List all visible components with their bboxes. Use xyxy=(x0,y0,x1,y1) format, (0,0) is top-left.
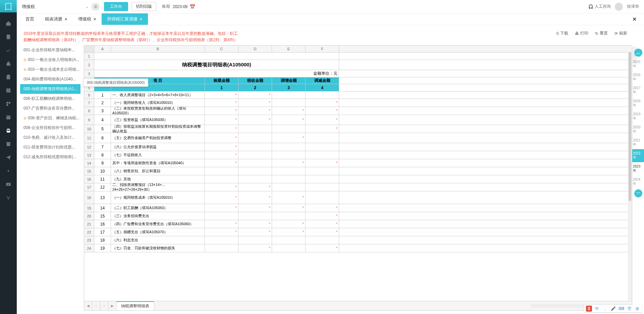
tab-1[interactable]: 税表清册✕ xyxy=(40,13,73,25)
value-cell[interactable] xyxy=(238,167,272,175)
row-header-15[interactable]: 15 xyxy=(84,167,94,175)
tree-item-9[interactable]: 010-免税、减计收入及加计... xyxy=(20,133,80,142)
value-cell[interactable] xyxy=(272,175,306,183)
consult-link[interactable]: 🎧 人工咨询 xyxy=(588,4,611,9)
row-header-21[interactable]: 21 xyxy=(84,220,94,228)
value-cell[interactable] xyxy=(205,212,238,220)
value-cell[interactable]: * xyxy=(306,212,339,220)
value-cell[interactable] xyxy=(272,143,306,151)
vertical-scrollbar[interactable] xyxy=(628,52,632,301)
tab-close-icon[interactable]: ✕ xyxy=(93,17,96,21)
value-cell[interactable]: * xyxy=(205,133,238,143)
tab-3[interactable]: 所得税汇算清缴✕ xyxy=(102,13,148,25)
value-cell[interactable]: * xyxy=(205,143,238,151)
value-cell[interactable] xyxy=(238,151,272,159)
year-scroll-down[interactable]: ︾ xyxy=(634,189,642,197)
value-cell[interactable] xyxy=(238,143,272,151)
col-header-C[interactable]: C xyxy=(205,46,238,52)
year-item[interactable]: 2023年 xyxy=(632,162,644,175)
nav-home-icon[interactable] xyxy=(0,17,17,30)
value-cell[interactable] xyxy=(272,167,306,175)
tab-2[interactable]: 增值税✕ xyxy=(73,13,102,25)
value-cell[interactable]: * xyxy=(272,228,306,236)
nav-archive-icon[interactable] xyxy=(0,137,17,151)
close-all-tabs[interactable]: ✕ xyxy=(628,13,641,25)
value-cell[interactable]: * xyxy=(205,99,238,107)
row-header-20[interactable]: 20 xyxy=(84,212,94,220)
ime-punct-icon[interactable]: ， xyxy=(602,306,608,312)
value-cell[interactable] xyxy=(306,143,339,151)
tree-item-8[interactable]: 009-企业所得税弥补亏损明... xyxy=(20,123,80,133)
nav-v-icon[interactable] xyxy=(0,191,17,204)
tree-item-10[interactable]: 011-研发费用加计扣除优惠... xyxy=(20,142,80,152)
value-cell[interactable]: * xyxy=(205,115,238,125)
year-item[interactable]: 2019年 xyxy=(632,110,644,123)
value-cell[interactable]: * xyxy=(205,228,238,236)
value-cell[interactable] xyxy=(272,151,306,159)
value-cell[interactable] xyxy=(205,175,238,183)
row-header-22[interactable]: 22 xyxy=(84,228,94,236)
select-all-cell[interactable] xyxy=(84,46,94,52)
year-item[interactable]: 2021年 xyxy=(632,136,644,149)
value-cell[interactable]: * xyxy=(238,191,272,204)
row-header-18[interactable]: 18 xyxy=(84,191,94,204)
ime-mic-icon[interactable]: 🎤 xyxy=(610,306,616,312)
sheet-tab[interactable]: 纳税调整明细表 xyxy=(116,301,154,310)
value-cell[interactable] xyxy=(238,159,272,167)
value-cell[interactable]: * xyxy=(272,115,306,125)
value-cell[interactable] xyxy=(306,133,339,143)
print-button[interactable]: 🖶打印 xyxy=(575,30,588,36)
value-cell[interactable]: * xyxy=(306,159,339,167)
period-value[interactable]: 2023-09 xyxy=(173,4,187,9)
tab-close-icon[interactable]: ✕ xyxy=(64,17,67,21)
value-cell[interactable]: * xyxy=(238,204,272,212)
value-cell[interactable]: * xyxy=(205,107,238,115)
value-cell[interactable]: * xyxy=(205,183,238,191)
value-cell[interactable]: * xyxy=(306,244,339,252)
value-cell[interactable]: * xyxy=(238,107,272,115)
nav-settings-icon[interactable] xyxy=(0,164,17,178)
row-header-11[interactable]: 11 xyxy=(84,133,94,143)
year-item[interactable]: 2017年 xyxy=(632,84,644,97)
nav-send-icon[interactable] xyxy=(0,151,17,164)
value-cell[interactable]: * xyxy=(238,220,272,228)
row-header-12[interactable]: 12 xyxy=(84,143,94,151)
row-header-24[interactable]: 24 xyxy=(84,244,94,252)
tree-item-1[interactable]: ⊘002-一般企业收入明细表(A... xyxy=(20,55,80,65)
ime-toolbox-icon[interactable]: ⊞ xyxy=(634,306,640,312)
value-cell[interactable] xyxy=(238,175,272,183)
value-cell[interactable] xyxy=(306,191,339,204)
sheet-nav-last[interactable]: ▶ xyxy=(108,301,116,310)
switch-old-button[interactable]: 切到旧版 xyxy=(131,2,156,11)
sheet-nav-next[interactable]: › xyxy=(100,301,108,310)
value-cell[interactable] xyxy=(205,167,238,175)
nav-template-icon[interactable] xyxy=(0,97,17,111)
row-header-6[interactable]: 6 xyxy=(84,91,94,99)
value-cell[interactable]: * xyxy=(205,204,238,212)
value-cell[interactable]: * xyxy=(205,125,238,133)
value-cell[interactable] xyxy=(272,99,306,107)
year-scroll-up[interactable]: ︽ xyxy=(634,49,642,57)
row-header-10[interactable]: 10 xyxy=(84,125,94,133)
ime-lang-icon[interactable]: 中 xyxy=(594,306,600,312)
col-header-B[interactable]: B xyxy=(111,46,205,52)
tree-item-3[interactable]: 004-期间费用明细表(A1040... xyxy=(20,74,80,84)
value-cell[interactable]: * xyxy=(306,220,339,228)
calendar-icon[interactable]: 📅 xyxy=(190,4,195,9)
row-header-7[interactable]: 7 xyxy=(84,99,94,107)
value-cell[interactable]: * xyxy=(272,107,306,115)
year-item[interactable]: 2016年 xyxy=(632,71,644,84)
value-cell[interactable]: * xyxy=(238,183,272,191)
value-cell[interactable] xyxy=(238,236,272,244)
row-header-19[interactable]: 19 xyxy=(84,204,94,212)
workbench-button[interactable]: 工作台 xyxy=(104,2,128,11)
col-header-F[interactable]: F xyxy=(306,46,339,52)
nav-chart-icon[interactable] xyxy=(0,44,17,57)
value-cell[interactable]: * xyxy=(238,228,272,236)
row-header-9[interactable]: 9 xyxy=(84,115,94,125)
value-cell[interactable] xyxy=(306,151,339,159)
value-cell[interactable] xyxy=(238,212,272,220)
nav-video-icon[interactable] xyxy=(0,178,17,191)
value-cell[interactable]: * xyxy=(306,99,339,107)
value-cell[interactable] xyxy=(272,91,306,99)
